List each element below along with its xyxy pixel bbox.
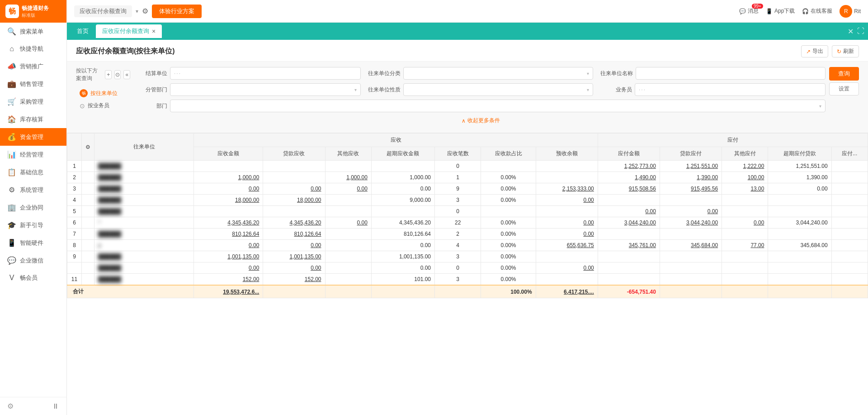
sidebar-item-enterprise[interactable]: 🏢企业协同 bbox=[0, 199, 66, 216]
th-settings[interactable]: ⚙ bbox=[82, 134, 94, 161]
partner-name-input[interactable] bbox=[636, 67, 826, 80]
filter-by-salesperson[interactable]: ⊙ 按业务员 bbox=[76, 100, 130, 112]
summary-overdue-receivable bbox=[371, 285, 434, 298]
sidebar-item-inventory[interactable]: 🏠库存核算 bbox=[0, 110, 66, 128]
settlement-input[interactable]: ··· bbox=[170, 67, 361, 80]
table-cell[interactable]: 1,251,551.00 bbox=[660, 161, 722, 172]
tab-close-icon[interactable]: × bbox=[152, 28, 156, 35]
table-cell[interactable]: 0.00 bbox=[194, 183, 263, 195]
table-cell[interactable]: 18,000.00 bbox=[263, 195, 325, 206]
refresh-label: 刷新 bbox=[843, 48, 854, 55]
sidebar-item-marketing[interactable]: 📣营销推广 bbox=[0, 57, 66, 75]
settings-footer-icon[interactable]: ⚙ bbox=[7, 402, 14, 410]
table-cell[interactable]: 0.00 bbox=[660, 206, 722, 217]
table-cell[interactable]: 1,390.00 bbox=[660, 172, 722, 183]
solution-button[interactable]: 体验行业方案 bbox=[152, 5, 202, 18]
table-cell[interactable]: 0.00 bbox=[325, 217, 371, 229]
table-cell[interactable]: 77.00 bbox=[722, 240, 768, 251]
table-cell[interactable]: 0.00 bbox=[194, 240, 263, 251]
table-cell[interactable]: 345,761.00 bbox=[598, 240, 660, 251]
tab-home[interactable]: 首页 bbox=[71, 24, 95, 38]
table-cell[interactable]: 13.00 bbox=[722, 183, 768, 195]
summary-receivable-amount[interactable]: 19,553,472.6... bbox=[194, 285, 263, 298]
table-cell[interactable]: 1,000.00 bbox=[325, 172, 371, 183]
salesperson-input[interactable]: ··· bbox=[635, 83, 826, 96]
sidebar-item-wechat[interactable]: 💬企业微信 bbox=[0, 252, 66, 269]
filter-collapse-btn[interactable]: « bbox=[123, 70, 130, 79]
topbar-gear-icon[interactable]: ⚙ bbox=[142, 7, 148, 15]
sidebar-item-sales[interactable]: 💼销售管理 bbox=[0, 75, 66, 93]
table-cell[interactable]: 0.00 bbox=[263, 240, 325, 251]
sidebar-item-operations[interactable]: 📊经营管理 bbox=[0, 146, 66, 163]
table-cell[interactable]: 1,252,773.00 bbox=[598, 161, 660, 172]
table-cell[interactable]: 4,345,436.20 bbox=[263, 217, 325, 229]
table-cell[interactable]: 915,508.56 bbox=[598, 183, 660, 195]
marketing-label: 营销推广 bbox=[20, 62, 43, 71]
sidebar-item-guide[interactable]: 🎓新手引导 bbox=[0, 216, 66, 234]
table-cell[interactable]: 3,044,240.00 bbox=[598, 217, 660, 229]
table-cell[interactable]: 3,044,240.00 bbox=[660, 217, 722, 229]
table-cell[interactable]: 1,001,135.00 bbox=[194, 251, 263, 262]
sidebar-item-capital[interactable]: 💰资金管理 bbox=[0, 128, 66, 146]
table-cell[interactable]: 810,126.64 bbox=[194, 229, 263, 240]
table-cell[interactable]: 0.00 bbox=[263, 183, 325, 195]
table-cell[interactable]: 152.00 bbox=[263, 274, 325, 286]
tab-maximize-icon[interactable]: ⛶ bbox=[857, 27, 864, 35]
dept-input[interactable]: ▾ bbox=[170, 83, 361, 96]
table-cell[interactable]: 655,636.75 bbox=[536, 240, 598, 251]
settings-button[interactable]: 设置 bbox=[829, 82, 859, 95]
table-cell[interactable]: 4,345,436.20 bbox=[194, 217, 263, 229]
filter-settings-btn[interactable]: ⊙ bbox=[114, 70, 121, 79]
sidebar-item-vip[interactable]: V畅会员 bbox=[0, 269, 66, 286]
online-service-button[interactable]: 🎧 在线客服 bbox=[802, 7, 832, 15]
table-cell[interactable]: 0.00 bbox=[598, 206, 660, 217]
filter-by-partner[interactable]: 畅 按往来单位 bbox=[76, 87, 130, 100]
department-input[interactable]: ▾ bbox=[170, 100, 826, 112]
table-cell[interactable]: 810,126.64 bbox=[263, 229, 325, 240]
table-cell[interactable]: 0.00 bbox=[536, 217, 598, 229]
summary-advance-balance[interactable]: 6,417,215.... bbox=[536, 285, 598, 298]
partner-category-input[interactable]: ▾ bbox=[403, 67, 593, 80]
messages-button[interactable]: 💬 消息 99+ bbox=[739, 7, 759, 15]
collapse-footer-icon[interactable]: ⏸ bbox=[52, 402, 59, 410]
table-cell[interactable]: 0.00 bbox=[536, 262, 598, 274]
app-download-button[interactable]: 📱 App下载 bbox=[766, 7, 795, 15]
table-cell[interactable]: 1,222.00 bbox=[722, 161, 768, 172]
wechat-label: 企业微信 bbox=[20, 257, 43, 265]
table-cell[interactable]: 1,490.00 bbox=[598, 172, 660, 183]
main-area: 应收应付余额查询 ▾ ⚙ 体验行业方案 💬 消息 99+ 📱 App下载 🎧 在… bbox=[67, 0, 868, 415]
table-cell[interactable]: 100.00 bbox=[722, 172, 768, 183]
filter-collapse-btn[interactable]: ∧ 收起更多条件 bbox=[136, 114, 826, 127]
sidebar-item-purchase[interactable]: 🛒采购管理 bbox=[0, 93, 66, 110]
sidebar-item-system[interactable]: ⚙系统管理 bbox=[0, 181, 66, 199]
refresh-button[interactable]: ↻ 刷新 bbox=[832, 45, 859, 57]
export-button[interactable]: ↗ 导出 bbox=[801, 45, 828, 57]
table-cell[interactable]: 1,001,135.00 bbox=[263, 251, 325, 262]
table-cell bbox=[831, 183, 868, 195]
table-cell[interactable]: 18,000.00 bbox=[194, 195, 263, 206]
sidebar-item-quick-nav[interactable]: ⌂快捷导航 bbox=[0, 40, 66, 57]
table-cell: 0 bbox=[435, 206, 481, 217]
table-cell[interactable]: 915,495.56 bbox=[660, 183, 722, 195]
query-button[interactable]: 查询 bbox=[829, 67, 859, 81]
sidebar-item-search-menu[interactable]: 🔍搜索菜单 bbox=[0, 23, 66, 40]
topbar-dropdown-arrow[interactable]: ▾ bbox=[136, 8, 138, 14]
tab-close-window-icon[interactable]: ✕ bbox=[848, 27, 854, 36]
table-cell[interactable]: 0.00 bbox=[263, 262, 325, 274]
partner-nature-input[interactable]: ▾ bbox=[403, 83, 593, 96]
sidebar-item-basic-info[interactable]: 📋基础信息 bbox=[0, 163, 66, 181]
tab-receivable[interactable]: 应收应付余额查询 × bbox=[96, 24, 162, 38]
filter-add-btn[interactable]: + bbox=[105, 70, 112, 79]
table-cell[interactable]: 345,684.00 bbox=[660, 240, 722, 251]
table-cell[interactable]: 0.00 bbox=[536, 195, 598, 206]
table-cell bbox=[722, 206, 768, 217]
table-cell[interactable]: 2,153,333.00 bbox=[536, 183, 598, 195]
table-cell[interactable]: 0.00 bbox=[722, 217, 768, 229]
table-cell[interactable]: 1,000.00 bbox=[194, 172, 263, 183]
table-cell[interactable]: 0.00 bbox=[325, 183, 371, 195]
sidebar-item-hardware[interactable]: 📱智能硬件 bbox=[0, 234, 66, 252]
table-cell[interactable]: 0.00 bbox=[194, 262, 263, 274]
table-cell[interactable]: 0.00 bbox=[536, 229, 598, 240]
table-cell[interactable]: 152.00 bbox=[194, 274, 263, 286]
user-area[interactable]: R Rit bbox=[840, 5, 861, 18]
